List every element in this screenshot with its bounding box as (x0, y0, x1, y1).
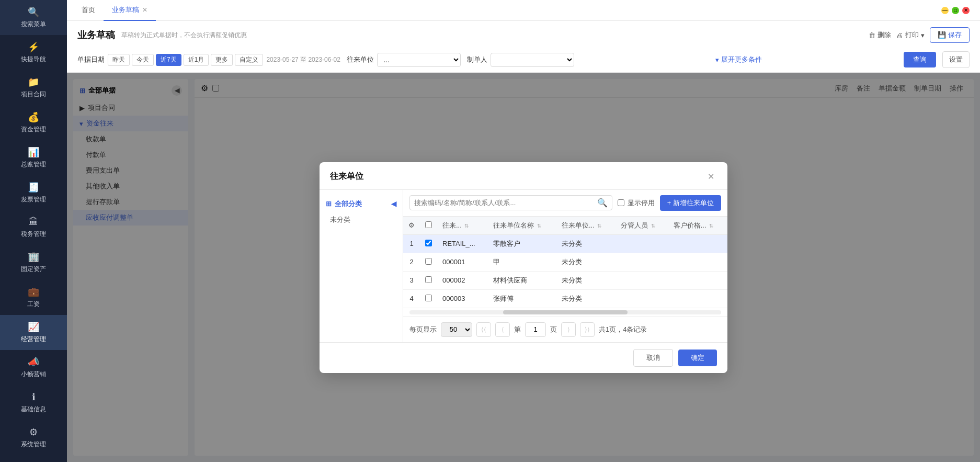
search-wrap: 🔍 (409, 195, 612, 210)
scrollbar-thumb (503, 310, 628, 314)
add-unit-button[interactable]: + 新增往来单位 (660, 195, 721, 211)
modal-table: ⚙ 往来... ⇅ 往来单位名称 ⇅ (403, 217, 727, 308)
row-salesperson-3 (616, 271, 668, 289)
close-window-button[interactable]: ✕ (962, 7, 970, 14)
table-row[interactable]: 4 000003 张师傅 未分类 (403, 289, 727, 308)
print-button[interactable]: 🖨 打印 ▾ (896, 30, 925, 40)
row-salesperson-1 (616, 234, 668, 253)
row-checkbox-1[interactable] (425, 240, 432, 246)
sidebar-item-invoice[interactable]: 🧾 发票管理 (0, 175, 67, 210)
sidebar-item-capital[interactable]: 💰 资金管理 (0, 105, 67, 140)
table-select-all[interactable] (425, 221, 432, 228)
sidebar-item-fixed-assets[interactable]: 🏢 固定资产 (0, 245, 67, 280)
col-code: 往来... ⇅ (437, 217, 488, 235)
row-check-2 (420, 253, 437, 271)
creator-select[interactable] (491, 53, 574, 67)
collapse-left-icon[interactable]: ◀ (391, 200, 396, 208)
row-checkbox-3[interactable] (425, 276, 432, 283)
show-disabled-checkbox[interactable] (618, 199, 624, 206)
sidebar-item-sys-mgmt[interactable]: ⚙ 系统管理 (0, 420, 67, 455)
row-name-4: 张师傅 (488, 289, 556, 308)
col-setting: ⚙ (403, 217, 420, 235)
show-disabled-wrap: 显示停用 (618, 198, 655, 208)
unit-label: 往来单位 (347, 55, 374, 64)
tax-icon: 🏛 (29, 217, 38, 228)
row-checkbox-2[interactable] (425, 258, 432, 265)
page-subtitle: 草稿转为正式单据时，不会执行满额促销优惠 (121, 31, 247, 40)
basic-info-icon: ℹ (32, 391, 36, 403)
tabs-bar: 首页 业务草稿 ✕ — □ ✕ (67, 0, 980, 21)
row-category-2: 未分类 (556, 253, 616, 271)
sort-name-icon[interactable]: ⇅ (537, 223, 541, 229)
modal-toolbar: 🔍 显示停用 + 新增往来单位 (403, 190, 727, 217)
modal-footer: 取消 确定 (320, 342, 727, 373)
table-row[interactable]: 2 000001 甲 未分类 (403, 253, 727, 271)
page-input[interactable] (525, 322, 546, 337)
invoice-icon: 🧾 (28, 182, 39, 193)
confirm-button[interactable]: 确定 (678, 350, 717, 366)
horizontal-scrollbar[interactable] (409, 310, 721, 314)
col-settings-icon[interactable]: ⚙ (408, 221, 415, 229)
prev-page-button[interactable]: ⟨ (495, 322, 510, 337)
date-range: 2023-05-27 至 2023-06-02 (266, 55, 340, 64)
date-btn-today[interactable]: 今天 (132, 54, 154, 66)
query-button[interactable]: 查询 (904, 52, 936, 67)
date-btn-more[interactable]: 更多 (211, 54, 233, 66)
row-price-1 (668, 234, 727, 253)
next-page-button[interactable]: ⟩ (561, 322, 576, 337)
minimize-button[interactable]: — (941, 7, 949, 14)
sidebar-item-guide[interactable]: 🎓 新手引导 (0, 455, 67, 462)
sort-code-icon[interactable]: ⇅ (464, 223, 469, 229)
row-code-3: 000002 (437, 271, 488, 289)
creator-filter: 制单人 (467, 53, 574, 67)
first-page-button[interactable]: ⟨⟨ (476, 322, 491, 337)
expand-more-btn[interactable]: ▾ 展开更多条件 (715, 55, 762, 64)
delete-icon: 🗑 (869, 31, 875, 39)
delete-button[interactable]: 🗑 删除 (869, 30, 891, 40)
save-button[interactable]: 💾 保存 (930, 27, 970, 43)
row-num-2: 2 (403, 253, 420, 271)
sort-cat-icon[interactable]: ⇅ (597, 223, 601, 229)
date-btn-yesterday[interactable]: 昨天 (108, 54, 130, 66)
per-page-select[interactable]: 50 100 (441, 322, 472, 337)
sidebar-item-project[interactable]: 📁 项目合同 (0, 70, 67, 105)
modal-category-panel: ⊞ 全部分类 ◀ 未分类 (320, 190, 403, 342)
col-price-level: 客户价格... ⇅ (668, 217, 727, 235)
tab-close-icon[interactable]: ✕ (142, 6, 147, 14)
maximize-button[interactable]: □ (952, 7, 959, 14)
sort-sales-icon[interactable]: ⇅ (651, 223, 655, 229)
sidebar-item-marketing[interactable]: 📣 小畅营销 (0, 350, 67, 385)
sidebar-item-basic-info[interactable]: ℹ 基础信息 (0, 385, 67, 420)
accounting-icon: 📊 (28, 147, 39, 158)
date-btn-custom[interactable]: 自定义 (235, 54, 263, 66)
content-area: ⊞ 全部单据 ◀ ▶ 项目合同 ▾ 资金往来 收款单 付款单 费用支出单 (67, 73, 980, 462)
modal-close-button[interactable]: ✕ (704, 171, 717, 183)
sidebar-item-search[interactable]: 🔍 搜索菜单 (0, 0, 67, 35)
sidebar-item-salary[interactable]: 💼 工资 (0, 280, 67, 315)
sidebar-item-accounting[interactable]: 📊 总账管理 (0, 140, 67, 175)
show-disabled-label: 显示停用 (628, 198, 655, 208)
cancel-button[interactable]: 取消 (633, 349, 673, 367)
unit-select[interactable]: ... (377, 53, 461, 67)
sidebar-item-quick-nav[interactable]: ⚡ 快捷导航 (0, 35, 67, 70)
col-salesperson: 分管人员 ⇅ (616, 217, 668, 235)
table-row[interactable]: 3 000002 材料供应商 未分类 (403, 271, 727, 289)
tab-draft[interactable]: 业务草稿 ✕ (104, 0, 156, 21)
sidebar-item-tax[interactable]: 🏛 税务管理 (0, 210, 67, 245)
sidebar-item-ops[interactable]: 📈 经营管理 (0, 315, 67, 350)
expand-icon: ▾ (715, 56, 719, 64)
modal-right-panel: 🔍 显示停用 + 新增往来单位 (403, 190, 727, 342)
last-page-button[interactable]: ⟩⟩ (580, 322, 595, 337)
date-btn-1month[interactable]: 近1月 (184, 54, 209, 66)
row-checkbox-4[interactable] (425, 295, 432, 301)
settings-button[interactable]: 设置 (942, 51, 970, 68)
print-dropdown-icon: ▾ (921, 31, 925, 39)
search-input[interactable] (414, 199, 594, 207)
modal-category-uncategorized[interactable]: 未分类 (320, 212, 403, 228)
modal-category-all[interactable]: ⊞ 全部分类 ◀ (320, 196, 403, 212)
date-btn-7days[interactable]: 近7天 (156, 54, 181, 66)
window-controls: — □ ✕ (941, 7, 974, 14)
table-row[interactable]: 1 RETAIL_... 零散客户 未分类 (403, 234, 727, 253)
tab-home[interactable]: 首页 (73, 0, 104, 21)
sort-price-icon[interactable]: ⇅ (709, 223, 713, 229)
